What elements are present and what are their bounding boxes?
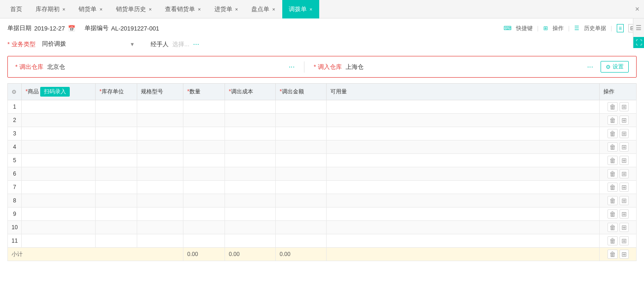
cell-available [327,194,600,208]
close-tab-inventory-init[interactable]: × [62,6,65,12]
num-value: AL-20191227-001 [111,25,159,32]
sidebar-expand-icon[interactable]: ⛶ [633,37,644,48]
cell-actions: 🗑 ⊞ [600,234,637,248]
biz-type-select[interactable]: 同价调拨 ▾ [39,38,137,50]
calendar-icon[interactable]: 📅 [68,25,75,32]
copy-row-btn[interactable]: ⊞ [620,116,629,125]
delete-row-btn[interactable]: 🗑 [608,236,618,245]
cell-product[interactable] [22,181,96,194]
cell-qty [183,127,225,140]
subtotal-amount: 0.00 [276,248,327,261]
subtotal-cost: 0.00 [225,248,276,261]
history-label[interactable]: 历史单据 [584,24,606,32]
table-row: 4 🗑 ⊞ [8,140,637,154]
cell-transfer-cost [225,181,276,194]
copy-row-btn[interactable]: ⊞ [620,169,629,178]
delete-row-btn[interactable]: 🗑 [608,102,618,111]
row-number: 1 [8,100,22,114]
row-number: 4 [8,140,22,154]
copy-row-btn[interactable]: ⊞ [620,236,629,245]
delete-row-btn[interactable]: 🗑 [608,223,618,232]
copy-row-btn[interactable]: ⊞ [620,183,629,192]
subtotal-copy-btn[interactable]: ⊞ [620,250,629,259]
cell-product[interactable] [22,127,96,140]
tab-purchase-order[interactable]: 进货单 × [208,0,245,18]
close-tab-view-sales[interactable]: × [198,6,200,12]
copy-row-btn[interactable]: ⊞ [620,129,629,138]
settings-gear-icon[interactable]: ⚙ [12,89,17,95]
table-row: 2 🗑 ⊞ [8,114,637,127]
cell-qty [183,167,225,181]
cell-product[interactable] [22,154,96,167]
copy-row-btn[interactable]: ⊞ [620,156,629,165]
copy-row-btn[interactable]: ⊞ [620,142,629,152]
delete-row-btn[interactable]: 🗑 [608,169,618,178]
table-row: 11 🗑 ⊞ [8,234,637,248]
cell-transfer-amount [276,234,327,248]
scan-btn[interactable]: 扫码录入 [40,87,70,97]
delete-row-btn[interactable]: 🗑 [608,196,618,205]
tab-home[interactable]: 首页 [4,0,29,18]
cell-qty [183,154,225,167]
delete-row-btn[interactable]: 🗑 [608,129,618,138]
settings-button[interactable]: ⚙ 设置 [601,61,629,73]
subtotal-delete-btn[interactable]: 🗑 [608,250,618,259]
delete-row-btn[interactable]: 🗑 [608,142,618,152]
cell-actions: 🗑 ⊞ [600,100,637,114]
handler-input[interactable]: 选择... [172,40,189,49]
operations-icon: ⊞ [543,25,548,31]
form-row2: * 业务类型 同价调拨 ▾ 经手人 选择... ··· [7,38,637,50]
close-tab-sales-history[interactable]: × [149,6,152,12]
cell-transfer-cost [225,234,276,248]
warehouse-in-field: * 调入仓库 上海仓 ··· [314,63,593,71]
operations-label[interactable]: 操作 [553,24,564,32]
tab-sales-history[interactable]: 销货单历史 × [109,0,158,18]
delete-row-btn[interactable]: 🗑 [608,156,618,165]
close-tab-transfer-order[interactable]: × [310,6,312,12]
handler-more-btn[interactable]: ··· [193,40,199,49]
cell-transfer-cost [225,100,276,114]
tab-bar: 首页 库存期初 × 销货单 × 销货单历史 × 查看销货单 × 进货单 × 盘点… [0,0,644,18]
layout-icon1[interactable]: ≡ [617,24,624,32]
table-row: 7 🗑 ⊞ [8,181,637,194]
cell-product[interactable] [22,194,96,208]
cell-unit [96,100,137,114]
copy-row-btn[interactable]: ⊞ [620,102,629,111]
warehouse-in-more[interactable]: ··· [587,63,593,71]
close-tab-sales-order[interactable]: × [99,6,102,12]
dropdown-icon: ▾ [131,41,134,48]
shortcuts-label[interactable]: 快捷键 [516,24,533,32]
cell-transfer-amount [276,221,327,234]
delete-row-btn[interactable]: 🗑 [608,209,618,219]
delete-row-btn[interactable]: 🗑 [608,183,618,192]
tab-view-sales[interactable]: 查看销货单 × [158,0,207,18]
cell-spec [137,154,183,167]
divider2: | [568,25,570,31]
cell-product[interactable] [22,140,96,154]
cell-product[interactable] [22,208,96,221]
table-row: 5 🗑 ⊞ [8,154,637,167]
cell-product[interactable] [22,100,96,114]
warehouse-out-more[interactable]: ··· [289,63,295,71]
tab-inventory-count[interactable]: 盘点单 × [245,0,282,18]
cell-actions: 🗑 ⊞ [600,140,637,154]
tab-sales-order[interactable]: 销货单 × [72,0,109,18]
form-header-left: 单据日期 2019-12-27 📅 单据编号 AL-20191227-001 [7,24,159,32]
delete-row-btn[interactable]: 🗑 [608,116,618,125]
close-tab-purchase-order[interactable]: × [235,6,238,12]
cell-product[interactable] [22,114,96,127]
sidebar-list-icon[interactable]: ☰ [633,22,644,33]
right-sidebar: ☰ ⛶ [633,18,644,48]
close-tab-inventory-count[interactable]: × [272,6,275,12]
copy-row-btn[interactable]: ⊞ [620,209,629,219]
cell-product[interactable] [22,167,96,181]
cell-product[interactable] [22,221,96,234]
cell-available [327,208,600,221]
subtotal-row: 小计 0.00 0.00 0.00 🗑 ⊞ [8,248,637,261]
close-all-tabs[interactable]: × [635,5,639,13]
tab-transfer-order[interactable]: 调拨单 × [282,0,319,18]
copy-row-btn[interactable]: ⊞ [620,196,629,205]
tab-inventory-init[interactable]: 库存期初 × [29,0,72,18]
cell-product[interactable] [22,234,96,248]
copy-row-btn[interactable]: ⊞ [620,223,629,232]
